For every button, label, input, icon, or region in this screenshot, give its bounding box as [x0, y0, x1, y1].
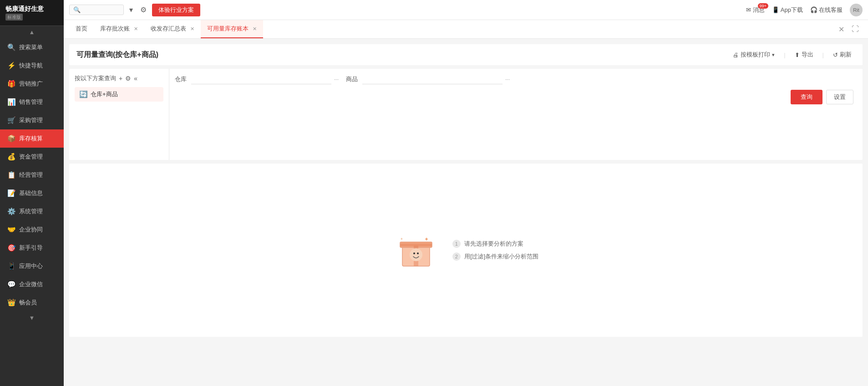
warehouse-input[interactable]: [191, 74, 331, 84]
sidebar-scroll-up[interactable]: ▲: [0, 26, 64, 38]
search-menu-icon: 🔍: [7, 43, 15, 51]
tip-num-1: 1: [452, 240, 461, 248]
marketing-icon: 🎁: [7, 80, 15, 88]
sidebar-item-operation[interactable]: 📋 经营管理: [0, 166, 64, 184]
settings-icon[interactable]: ⚙: [138, 5, 148, 15]
scheme-item-warehouse-product[interactable]: 🔄 仓库+商品: [75, 87, 163, 102]
collapse-scheme-btn[interactable]: «: [134, 75, 137, 82]
filter-row: 仓库 ··· 商品 ···: [175, 74, 857, 84]
sidebar-item-label: 畅会员: [19, 299, 37, 307]
sidebar-item-wechat[interactable]: 💬 企业微信: [0, 275, 64, 293]
user-avatar[interactable]: Rit: [850, 4, 863, 16]
sidebar-item-marketing[interactable]: 🎁 营销推广: [0, 75, 64, 93]
sidebar-item-purchase[interactable]: 🛒 采购管理: [0, 111, 64, 129]
sidebar-item-label: 新手引导: [19, 244, 43, 252]
sidebar-item-member[interactable]: 👑 畅会员: [0, 293, 64, 312]
settings-button[interactable]: 设置: [826, 90, 853, 104]
tab-available-label: 可用量库存账本: [207, 25, 249, 33]
print-btn-label: 按模板打印: [741, 51, 770, 59]
wechat-icon: 💬: [7, 280, 15, 288]
print-chevron-icon: ▾: [772, 52, 775, 58]
page-header-actions: 🖨 按模板打印 ▾ | ⬆ 导出 | ↺ 刷新: [729, 49, 855, 61]
app-download-btn[interactable]: 📱 App下载: [772, 6, 803, 14]
settings-scheme-btn[interactable]: ⚙: [125, 75, 131, 82]
tab-batch-close[interactable]: ✕: [134, 26, 138, 32]
sidebar-scroll: ▲ 🔍 搜索菜单 ⚡ 快捷导航 🎁 营销推广 📊 销售管理 🛒 采购管理 📦 库…: [0, 26, 64, 386]
sidebar-item-finance[interactable]: 💰 资金管理: [0, 148, 64, 166]
tab-summary-close[interactable]: ✕: [190, 26, 194, 32]
brand-name: 畅康通好生意: [5, 5, 58, 13]
tab-batch-label: 库存批次账: [100, 25, 130, 33]
username-label: Rit: [853, 7, 859, 13]
sidebar-item-enterprise[interactable]: 🤝 企业协同: [0, 221, 64, 239]
scheme-label: 仓库+商品: [91, 90, 118, 98]
sidebar-item-label: 资金管理: [19, 153, 43, 161]
svg-point-4: [410, 248, 422, 261]
page-header: 可用量查询(按仓库+商品) 🖨 按模板打印 ▾ | ⬆ 导出 | ↺ 刷新: [69, 44, 863, 65]
message-btn[interactable]: ✉ 消息 99+: [746, 6, 765, 14]
warehouse-more-btn[interactable]: ···: [334, 76, 339, 82]
message-badge: 99+: [758, 3, 768, 9]
tip-num-2: 2: [452, 252, 461, 261]
query-button[interactable]: 查询: [791, 90, 822, 104]
query-right-panel: 仓库 ··· 商品 ··· 查询 设置: [169, 69, 863, 160]
sidebar-item-system[interactable]: ⚙️ 系统管理: [0, 202, 64, 221]
quicknav-icon: ⚡: [7, 62, 15, 70]
refresh-btn[interactable]: ↺ 刷新: [829, 49, 855, 61]
warehouse-filter: 仓库 ···: [175, 74, 339, 84]
operation-icon: 📋: [7, 171, 15, 179]
svg-text:✦: ✦: [424, 236, 429, 242]
tab-home[interactable]: 首页: [69, 20, 94, 38]
sidebar-item-label: 快捷导航: [19, 62, 43, 70]
sidebar-item-label: 采购管理: [19, 116, 43, 124]
search-input[interactable]: [82, 7, 119, 13]
sidebar-item-appcenter[interactable]: 📱 应用中心: [0, 257, 64, 275]
warehouse-label: 仓库: [175, 75, 188, 83]
sidebar-item-label: 库存核算: [19, 134, 43, 143]
empty-illustration: ✦ ✦ ·: [393, 227, 439, 273]
svg-rect-3: [400, 244, 432, 246]
tab-batch[interactable]: 库存批次账 ✕: [94, 20, 144, 38]
refresh-icon: ↺: [833, 51, 838, 58]
system-icon: ⚙️: [7, 207, 15, 216]
enterprise-icon: 🤝: [7, 226, 15, 234]
export-btn[interactable]: ⬆ 导出: [791, 49, 817, 61]
tab-summary[interactable]: 收发存汇总表 ✕: [144, 20, 201, 38]
sidebar-item-label: 系统管理: [19, 207, 43, 216]
tab-available[interactable]: 可用量库存账本 ✕: [201, 20, 263, 38]
query-left-panel: 按以下方案查询 + ⚙ « 🔄 仓库+商品: [69, 69, 169, 160]
phone-icon: 📱: [772, 6, 779, 13]
sidebar-item-label: 企业协同: [19, 226, 43, 234]
sidebar-item-inventory[interactable]: 📦 库存核算: [0, 129, 64, 148]
sidebar-item-basic[interactable]: 📝 基础信息: [0, 184, 64, 202]
svg-point-5: [413, 252, 415, 254]
svg-text:✦: ✦: [400, 237, 403, 241]
chevron-down-icon[interactable]: ▾: [127, 5, 135, 15]
trial-button[interactable]: 体验行业方案: [152, 4, 200, 16]
topbar-right: ✉ 消息 99+ 📱 App下载 🎧 在线客服 Rit: [746, 4, 863, 16]
export-btn-label: 导出: [802, 51, 813, 59]
sidebar-item-search[interactable]: 🔍 搜索菜单: [0, 38, 64, 57]
product-input[interactable]: [362, 74, 503, 84]
product-more-btn[interactable]: ···: [505, 76, 510, 82]
query-section: 按以下方案查询 + ⚙ « 🔄 仓库+商品 仓库 ···: [69, 69, 863, 160]
topbar: 🔍 ▾ ⚙ 体验行业方案 ✉ 消息 99+ 📱 App下载 🎧 在线客服 Rit: [64, 0, 868, 20]
tabs-close-all-btn[interactable]: ✕: [835, 23, 848, 36]
print-btn[interactable]: 🖨 按模板打印 ▾: [729, 49, 778, 61]
headset-icon: 🎧: [810, 6, 817, 13]
sidebar-item-guide[interactable]: 🎯 新手引导: [0, 239, 64, 257]
empty-state: ✦ ✦ · 1 请先选择要分析的方案 2 用[过滤]条件来缩小分析范围: [69, 164, 863, 337]
empty-inner: ✦ ✦ · 1 请先选择要分析的方案 2 用[过滤]条件来缩小分析范围: [393, 227, 538, 273]
sidebar-item-label: 应用中心: [19, 262, 43, 270]
tabs-expand-btn[interactable]: ⛶: [848, 23, 863, 35]
print-icon: 🖨: [733, 51, 739, 58]
tab-available-close[interactable]: ✕: [253, 26, 257, 32]
topbar-search-box[interactable]: 🔍: [69, 5, 124, 15]
sidebar-scroll-down[interactable]: ▼: [0, 312, 64, 324]
sidebar-item-sales[interactable]: 📊 销售管理: [0, 93, 64, 111]
scheme-sync-icon: 🔄: [79, 90, 88, 98]
add-scheme-btn[interactable]: +: [119, 75, 122, 82]
online-service-btn[interactable]: 🎧 在线客服: [810, 6, 843, 14]
sidebar-item-quicknav[interactable]: ⚡ 快捷导航: [0, 57, 64, 75]
sidebar-item-label: 营销推广: [19, 80, 43, 88]
